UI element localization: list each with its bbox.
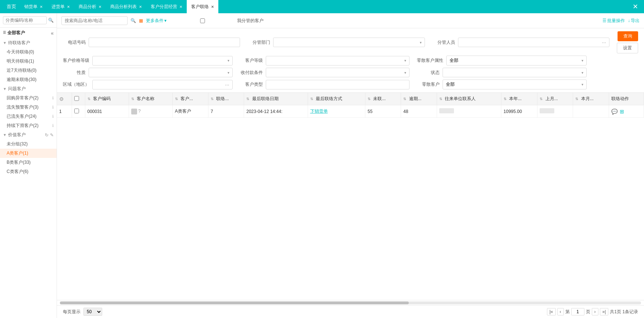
- nav-tab-analysis[interactable]: 商品分析 ✕: [74, 0, 106, 13]
- gear-settings-icon[interactable]: ⚙: [59, 96, 64, 102]
- sort-icon: ⇅: [368, 97, 371, 101]
- search-button[interactable]: 🔍: [130, 18, 136, 23]
- sidebar-item-tomorrow-pending[interactable]: 明天待联络(1): [0, 57, 57, 66]
- select-all-checkbox[interactable]: [74, 96, 79, 101]
- nav-tab-analysis-list[interactable]: 商品分析列表 ✕: [106, 0, 146, 13]
- col-this-month-header[interactable]: ⇅ 本月...: [573, 93, 609, 105]
- export-button[interactable]: ↓ 导出: [628, 18, 640, 24]
- sidebar-item-repurchase-anomaly[interactable]: 回购异常客户(2) ℹ: [0, 93, 57, 103]
- nav-tab-sales[interactable]: 销货单 ✕: [20, 0, 47, 13]
- first-page-button[interactable]: |«: [547, 308, 556, 315]
- chevron-down-icon: ▾: [404, 59, 406, 63]
- sidebar-search-input[interactable]: [3, 16, 47, 24]
- close-tab-analysis[interactable]: ✕: [99, 5, 101, 9]
- prev-page-button[interactable]: ‹: [557, 308, 564, 315]
- cell-overdue: 48: [401, 105, 437, 118]
- price-grade-input[interactable]: ▾: [92, 56, 233, 66]
- sidebar-item-7days-pending[interactable]: 近7天待联络(0): [0, 66, 57, 75]
- region-input[interactable]: ···: [92, 80, 233, 89]
- edit-icon[interactable]: ✎: [50, 132, 54, 138]
- close-tab-purchase[interactable]: ✕: [67, 5, 70, 9]
- close-tab-sales[interactable]: ✕: [40, 5, 43, 9]
- nav-home[interactable]: 首页: [3, 0, 20, 13]
- person-input[interactable]: ···: [458, 38, 609, 47]
- sidebar-item-churn-warning[interactable]: 流失预警客户(3) ℹ: [0, 103, 57, 112]
- sidebar-group-value-customers[interactable]: ▼ 价值客户 ↻ ✎: [0, 130, 57, 139]
- cell-checkbox: [72, 105, 85, 118]
- search-input[interactable]: [61, 16, 128, 25]
- nature-input[interactable]: ▾: [89, 68, 233, 77]
- my-customer-checkbox[interactable]: [169, 18, 236, 23]
- more-filter-button[interactable]: 更多条件 ▾: [146, 18, 167, 24]
- filter-field-phone: 电话号码: [63, 38, 240, 47]
- page-label: 第: [565, 309, 570, 315]
- customer-type-input[interactable]: [266, 80, 410, 89]
- sort-icon: ⇅: [246, 97, 249, 101]
- col-no-contact-header[interactable]: ⇅ 未联...: [365, 93, 401, 105]
- sidebar-collapse-icon[interactable]: «: [51, 30, 54, 36]
- col-contact-header[interactable]: ⇅ 联络...: [208, 93, 244, 105]
- col-code-header[interactable]: ⇅ 客户编码: [85, 93, 129, 105]
- sidebar-item-ungrouped[interactable]: 未分组(32): [0, 139, 57, 149]
- filter-field-nature: 性质 ▾: [63, 68, 233, 77]
- grid-action-icon[interactable]: ⊞: [620, 109, 624, 114]
- col-this-year-header[interactable]: ⇅ 本年...: [501, 93, 537, 105]
- close-tab-customer-segment[interactable]: ✕: [179, 5, 182, 9]
- dept-input[interactable]: ▾: [273, 38, 425, 47]
- page-number-input[interactable]: [571, 308, 584, 315]
- sidebar-item-overdue-contact[interactable]: 逾期未联络(30): [0, 75, 57, 84]
- row-checkbox[interactable]: [74, 109, 79, 113]
- scroll-thumb[interactable]: [60, 301, 409, 304]
- phone-input[interactable]: [89, 38, 240, 47]
- sidebar-group-pending-contact[interactable]: ▼ 待联络客户: [0, 38, 57, 47]
- refresh-icon[interactable]: ↻: [45, 132, 49, 138]
- sidebar-item-today-pending[interactable]: 今天待联络(0): [0, 47, 57, 57]
- filter-icon: ▦: [139, 18, 143, 23]
- status-input[interactable]: ▾: [443, 68, 587, 77]
- sidebar-item-class-b[interactable]: B类客户(33): [0, 158, 57, 167]
- col-last-contact-method-header[interactable]: ⇅ 最后联络方式: [308, 93, 365, 105]
- sidebar-item-churned[interactable]: 已流失客户(24) ℹ: [0, 112, 57, 121]
- col-name-header[interactable]: ⇅ 客户名称: [129, 93, 172, 105]
- col-type-header[interactable]: ⇅ 客户...: [172, 93, 208, 105]
- nav-tab-customer-contact[interactable]: 客户联络 ✕: [187, 0, 218, 13]
- close-tab-analysis-list[interactable]: ✕: [139, 5, 142, 9]
- col-overdue-header[interactable]: ⇅ 逾期...: [401, 93, 437, 105]
- query-button[interactable]: 查询: [618, 31, 638, 41]
- batch-ops-button[interactable]: ☰ 批量操作: [602, 18, 625, 24]
- scattered-input[interactable]: 全部 ▾: [443, 80, 587, 89]
- next-page-button[interactable]: ›: [592, 308, 598, 315]
- chevron-down-icon: ▾: [420, 40, 422, 45]
- col-last-contact-date-header[interactable]: ⇅ 最后联络日期: [244, 93, 308, 105]
- horizontal-scrollbar[interactable]: [57, 300, 644, 305]
- nav-tab-purchase[interactable]: 进货单 ✕: [47, 0, 74, 13]
- customer-grade-input[interactable]: ▾: [266, 56, 410, 66]
- chevron-down-icon: ▾: [582, 59, 583, 63]
- payment-input[interactable]: ▾: [266, 68, 410, 77]
- col-last-month-header[interactable]: ⇅ 上月...: [537, 93, 573, 105]
- cell-code: 000031: [85, 105, 129, 118]
- sidebar-item-class-a[interactable]: A类客户(1): [0, 149, 57, 158]
- per-page-select[interactable]: 50 100 200: [83, 308, 102, 316]
- last-contact-method-link[interactable]: 下销货单: [310, 109, 328, 114]
- sidebar-all-customers-header[interactable]: ⠿ 全部客户 «: [0, 28, 57, 38]
- scroll-track[interactable]: [60, 301, 641, 304]
- nav-tab-customer-segment[interactable]: 客户分层经营 ✕: [146, 0, 187, 13]
- close-tab-customer-contact[interactable]: ✕: [211, 5, 214, 9]
- message-action-icon[interactable]: 💬: [611, 109, 618, 114]
- window-close-button[interactable]: ✕: [630, 3, 641, 11]
- scattered-attr-input[interactable]: 全部 ▾: [446, 56, 587, 66]
- data-table-container: ⚙ ⇅ 客户编码 ⇅ 客户名称: [57, 93, 644, 300]
- chevron-down-icon: ▾: [164, 18, 167, 23]
- sidebar-item-declining[interactable]: 持续下滑客户(2) ℹ: [0, 121, 57, 130]
- sidebar-group-problem-customers[interactable]: ▼ 问题客户: [0, 84, 57, 93]
- my-customer-checkbox-label[interactable]: 我分管的客户: [169, 18, 264, 24]
- sidebar-search-icon[interactable]: 🔍: [48, 18, 54, 23]
- sidebar-item-class-c[interactable]: C类客户(6): [0, 167, 57, 176]
- settings-button[interactable]: 设置: [617, 43, 638, 53]
- prev-contacts-placeholder: [439, 108, 454, 113]
- sidebar-search-container: 🔍: [0, 13, 57, 28]
- cell-last-contact-method: 下销货单: [308, 105, 365, 118]
- last-page-button[interactable]: »|: [600, 308, 609, 315]
- col-prev-contacts-header[interactable]: ⇅ 往来单位联系人: [437, 93, 501, 105]
